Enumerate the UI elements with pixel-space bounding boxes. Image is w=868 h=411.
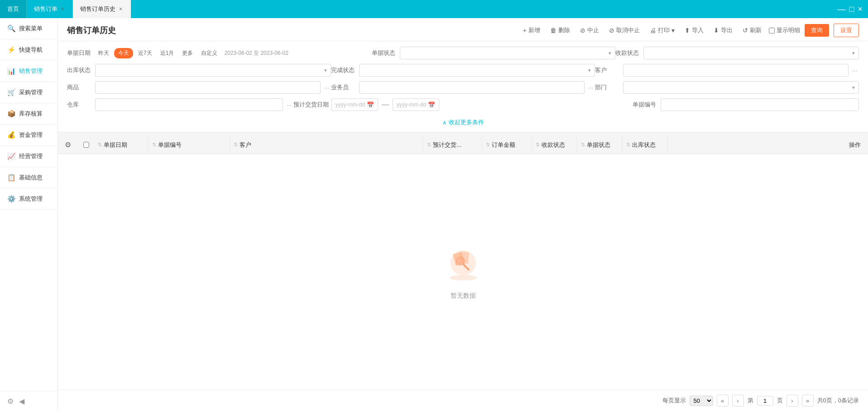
salesperson-more-icon[interactable]: ··· [586,84,595,91]
select-all-checkbox[interactable] [83,142,89,148]
new-button[interactable]: + 新增 [520,24,543,36]
filter-row-2: 出库状态 ▾ 完成状态 ▾ 客户 [67,64,859,77]
next-page-icon: › [791,397,793,404]
tab-home[interactable]: 首页 [0,0,27,18]
sidebar-item-sys-mgmt[interactable]: ⚙️ 系统管理 [0,189,58,210]
product-select[interactable] [95,81,321,94]
th-payment-status[interactable]: ⇅ 收款状态 [532,136,577,154]
print-label: 打印 [658,26,670,34]
tab-sales-order[interactable]: 销售订单 × [27,0,73,18]
customer-select[interactable] [623,64,849,77]
per-page-select[interactable]: 50 10 20 100 [690,396,713,406]
main-layout: 🔍 搜索菜单 ⚡ 快捷导航 📊 销售管理 🛒 采购管理 📦 库存核算 💰 资金管… [0,18,868,411]
sidebar-item-operations[interactable]: 📈 经营管理 [0,146,58,167]
department-select[interactable]: ▾ [623,81,859,94]
date-range-btns: 昨天 今天 近7天 近1月 更多 自定义 [95,48,221,58]
page-header: 销售订单历史 + 新增 🗑 删除 ⊘ 中止 ⊘ 取消中止 [58,18,868,41]
sidebar-item-search-menu[interactable]: 🔍 搜索菜单 [0,18,58,39]
salesperson-control: ··· [359,81,595,94]
date-btn-yesterday[interactable]: 昨天 [95,48,112,58]
th-delivery-date[interactable]: ⇅ 预计交货... [423,136,482,154]
delivery-date-end-input[interactable]: yyyy-mm-dd 📅 [393,98,439,111]
query-button[interactable]: 查询 [805,24,829,37]
sidebar-item-purchase-mgmt[interactable]: 🛒 采购管理 [0,82,58,103]
filter-warehouse: 仓库 ··· [67,98,293,111]
completion-status-chevron-icon: ▾ [588,68,591,73]
sidebar-item-finance[interactable]: 💰 资金管理 [0,125,58,146]
delete-button[interactable]: 🗑 删除 [547,24,573,36]
refresh-button[interactable]: ↺ 刷新 [740,24,764,36]
sidebar-item-basic-info[interactable]: 📋 基础信息 [0,167,58,189]
next-page-btn[interactable]: › [786,395,798,406]
display-toggle[interactable]: 显示明细 [769,26,800,34]
maximize-icon[interactable]: □ [849,5,854,14]
delivery-date-label: 预计交货日期 [293,101,329,109]
salesperson-select[interactable] [359,81,585,94]
delivery-date-control: yyyy-mm-dd 📅 — yyyy-mm-dd 📅 [331,98,633,111]
doc-status-chevron-icon: ▾ [609,50,611,56]
tab-sales-order-history[interactable]: 销售订单历史 × [73,0,131,18]
outbound-status-select[interactable]: ▾ [95,64,331,77]
empty-illustration [441,244,486,285]
warehouse-select[interactable] [95,98,283,111]
table-settings-btn[interactable]: ⚙ [58,140,78,149]
th-delivery-date-label: 预计交货... [433,141,461,149]
completion-status-select[interactable]: ▾ [359,64,595,77]
table-select-all[interactable] [78,142,94,148]
collapse-more-btn[interactable]: ∧ 收起更多条件 [67,116,859,126]
date-btn-custom[interactable]: 自定义 [198,48,221,58]
cancel-stop-button[interactable]: ⊘ 取消中止 [606,24,643,36]
first-page-icon: « [721,397,724,404]
doc-number-input[interactable] [661,98,859,111]
tab-sales-order-close[interactable]: × [60,5,65,13]
product-control: ··· [95,81,331,94]
close-window-icon[interactable]: × [858,5,863,14]
sidebar-item-inventory[interactable]: 📦 库存核算 [0,103,58,125]
payment-status-chevron-icon: ▾ [852,50,855,56]
sidebar-collapse-icon[interactable]: ◀ [19,397,24,406]
last-page-btn[interactable]: » [802,395,814,406]
product-more-icon[interactable]: ··· [322,84,331,91]
tab-sales-order-history-close[interactable]: × [118,5,123,13]
minimize-icon[interactable]: — [838,5,846,14]
sidebar-settings-icon[interactable]: ⚙ [7,397,14,406]
warehouse-control: ··· [95,98,293,111]
doc-status-select[interactable]: ▾ [400,47,615,59]
tab-sales-order-history-label: 销售订单历史 [80,5,115,13]
th-doc-date[interactable]: ⇅ 单据日期 [94,136,149,154]
sidebar-item-sales-mgmt[interactable]: 📊 销售管理 [0,61,58,82]
date-btn-today[interactable]: 今天 [114,48,133,58]
warehouse-more-icon[interactable]: ··· [285,102,293,108]
display-cols-checkbox[interactable] [769,28,775,34]
delete-label: 删除 [558,26,570,34]
empty-text-label: 暂无数据 [451,292,476,300]
import-button[interactable]: ⬆ 导入 [682,24,706,36]
print-button[interactable]: 🖨 打印 ▾ [647,24,677,36]
delivery-date-start-input[interactable]: yyyy-mm-dd 📅 [331,98,378,111]
stop-button[interactable]: ⊘ 中止 [577,24,602,36]
filter-customer: 客户 ··· [595,64,859,77]
pagination: 每页显示 50 10 20 100 « ‹ 第 页 › [58,390,868,411]
sidebar-item-operations-label: 经营管理 [19,152,43,160]
customer-more-icon[interactable]: ··· [850,67,859,74]
export-button[interactable]: ⬇ 导出 [711,24,735,36]
sidebar-item-finance-label: 资金管理 [19,131,43,139]
delete-icon: 🗑 [550,27,556,34]
date-btn-last7days[interactable]: 近7天 [135,48,155,58]
th-customer[interactable]: ⇅ 客户 [230,136,423,154]
settings-button[interactable]: 设置 [834,24,859,37]
th-order-amount[interactable]: ⇅ 订单金额 [482,136,532,154]
th-doc-number[interactable]: ⇅ 单据编号 [149,136,230,154]
th-doc-status[interactable]: ⇅ 单据状态 [577,136,623,154]
date-btn-last1month[interactable]: 近1月 [157,48,177,58]
completion-status-label: 完成状态 [331,66,356,74]
sidebar-item-quick-nav[interactable]: ⚡ 快捷导航 [0,39,58,61]
th-outbound-status[interactable]: ⇅ 出库状态 [623,136,668,154]
outbound-status-label: 出库状态 [67,66,92,74]
first-page-btn[interactable]: « [717,395,729,406]
page-number-input[interactable] [757,396,773,406]
date-btn-more[interactable]: 更多 [179,48,196,58]
th-doc-number-label: 单据编号 [158,141,182,149]
payment-status-select[interactable]: ▾ [643,47,859,59]
prev-page-btn[interactable]: ‹ [732,395,744,406]
